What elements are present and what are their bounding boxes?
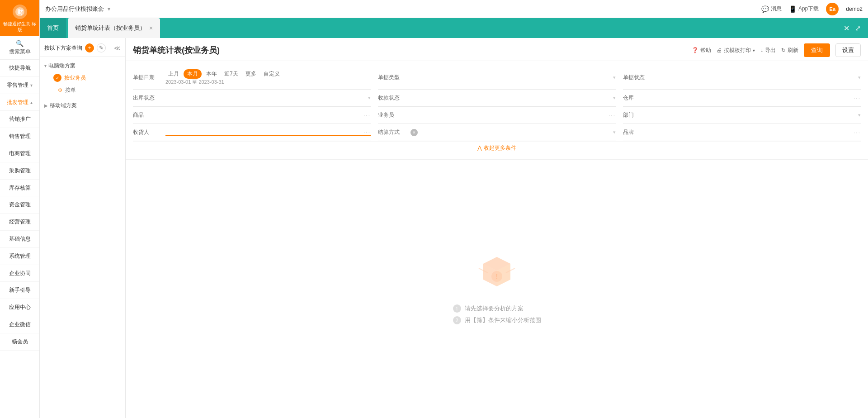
scheme-edit-btn[interactable]: ✎ (97, 43, 106, 52)
print-dropdown-icon[interactable]: ▾ (753, 48, 755, 53)
tab-home[interactable]: 首页 (40, 18, 66, 38)
sidebar-item-retail[interactable]: 零售管理 ▾ (0, 77, 39, 94)
sidebar-item-enterprise[interactable]: 企业协同 (0, 265, 39, 282)
help-icon: ❓ (692, 47, 698, 53)
empty-state: ! 1 请先选择要分析的方案 2 用【筛】条件来缩小分析范围 (126, 160, 868, 418)
sidebar-item-finance[interactable]: 资金管理 (0, 196, 39, 214)
sidebar-item-inventory[interactable]: 库存核算 (0, 180, 39, 197)
date-btn-this-year[interactable]: 本年 (203, 69, 220, 79)
date-btn-last-month[interactable]: 上月 (165, 69, 182, 79)
sidebar-item-basics[interactable]: 基础信息 (0, 231, 39, 248)
page-title: 销货单统计表(按业务员) (133, 45, 220, 56)
print-icon: 🖨 (717, 47, 722, 53)
help-btn[interactable]: ❓ 帮助 (692, 47, 711, 54)
scheme-panel-header: 按以下方案查询 + ✎ ≪ (40, 42, 125, 57)
sidebar-item-sales[interactable]: 销售管理 (0, 128, 39, 145)
date-btn-more[interactable]: 更多 (243, 69, 259, 79)
sidebar-item-marketing[interactable]: 营销推广 (0, 111, 39, 128)
settlement-clear-btn[interactable]: ✕ (410, 129, 418, 136)
scheme-item-salesperson[interactable]: ✓ 按业务员 (44, 71, 121, 84)
payment-control[interactable]: ▾ (410, 95, 616, 101)
export-btn[interactable]: ↓ 导出 (760, 47, 776, 54)
header-left: 办公用品行业模拟账套 ▾ (45, 5, 110, 13)
scheme-item-order[interactable]: ⚙ 按单 (44, 84, 121, 96)
empty-tip-2: 2 用【筛】条件来缩小分析范围 (453, 316, 541, 324)
settings-btn[interactable]: 设置 (835, 43, 861, 57)
sidebar-item-ecommerce[interactable]: 电商管理 (0, 145, 39, 162)
print-btn[interactable]: 🖨 按模板打印 ▾ (717, 47, 755, 54)
product-control[interactable]: ··· (165, 112, 371, 119)
filter-cell-salesperson: 业务员 ··· (378, 107, 616, 124)
tab-active[interactable]: 销货单统计表（按业务员） × (68, 18, 160, 38)
report-area: 销货单统计表(按业务员) ❓ 帮助 🖨 按模板打印 ▾ ↓ 导出 (126, 38, 868, 418)
sidebar-item-shortcuts[interactable]: 快捷导航 (0, 60, 39, 77)
section-arrow-icon: ▾ (44, 63, 47, 68)
salesperson-dots[interactable]: ··· (609, 112, 616, 119)
message-btn[interactable]: 💬 消息 (761, 5, 782, 13)
refresh-btn[interactable]: ↻ 刷新 (781, 47, 798, 54)
filter-area: 单据日期 上月 本月 本年 近7天 更多 自定义 2023-03-01 至 20… (126, 61, 868, 160)
date-control[interactable]: 上月 本月 本年 近7天 更多 自定义 2023-03-01 至 2023-03… (165, 69, 371, 86)
product-dots[interactable]: ··· (363, 112, 371, 119)
filter-row-4: 收货人 ··· 结算方式 ✕ ▾ 品牌 (133, 124, 861, 141)
outstatus-control[interactable]: ▾ (165, 95, 371, 101)
date-btn-7days[interactable]: 近7天 (222, 69, 241, 79)
date-label: 单据日期 (133, 74, 165, 81)
scheme-collapse-btn[interactable]: ≪ (114, 44, 121, 52)
receiver-control[interactable]: ··· (165, 129, 371, 136)
tab-close-btn[interactable]: × (149, 25, 153, 31)
doctype-control[interactable]: ▾ (410, 75, 616, 81)
svg-text:财: 财 (16, 9, 23, 15)
edit-icon: ✎ (99, 45, 104, 51)
brand-dots[interactable]: ··· (854, 129, 861, 136)
user-avatar[interactable]: Ea (826, 3, 839, 15)
tab-actions: ✕ ⤢ (842, 22, 868, 34)
filter-cell-settlement: 结算方式 ✕ ▾ (378, 124, 616, 141)
account-name: 办公用品行业模拟账套 (45, 5, 104, 13)
collapse-conditions-btn[interactable]: ⋀ 收起更多条件 (133, 141, 861, 155)
user-name: demo2 (846, 6, 863, 12)
filter-row-1: 单据日期 上月 本月 本年 近7天 更多 自定义 2023-03-01 至 20… (133, 66, 861, 90)
date-btn-custom[interactable]: 自定义 (261, 69, 283, 79)
mobile-section-arrow-icon: ▶ (44, 103, 48, 108)
sidebar-item-system[interactable]: 系统管理 (0, 248, 39, 265)
sidebar-item-operations[interactable]: 经营管理 (0, 214, 39, 231)
brand-control[interactable]: ··· (656, 129, 861, 136)
dropdown-icon[interactable]: ▾ (108, 6, 110, 12)
salesperson-control[interactable]: ··· (410, 112, 616, 119)
app-download-btn[interactable]: 📱 App下载 (789, 5, 819, 13)
date-btn-this-month[interactable]: 本月 (184, 69, 202, 79)
search-menu-item[interactable]: 🔍 搜索菜单 (0, 36, 39, 60)
docstatus-control[interactable]: ▾ (656, 75, 861, 81)
filter-cell-doctype: 单据类型 ▾ (378, 66, 616, 90)
date-shortcuts: 上月 本月 本年 近7天 更多 自定义 (165, 69, 283, 79)
query-btn[interactable]: 查询 (804, 43, 830, 57)
filter-cell-date: 单据日期 上月 本月 本年 近7天 更多 自定义 2023-03-01 至 20… (133, 66, 371, 90)
receiver-dots[interactable]: ··· (363, 129, 371, 135)
sidebar-item-newbie[interactable]: 新手引导 (0, 282, 39, 299)
filter-row-2: 出库状态 ▾ 收款状态 ▾ 仓库 (133, 90, 861, 107)
report-header: 销货单统计表(按业务员) ❓ 帮助 🖨 按模板打印 ▾ ↓ 导出 (126, 38, 868, 61)
tip-num-2: 2 (453, 316, 461, 324)
department-control[interactable]: ▾ (656, 112, 861, 118)
wholesale-arrow-icon: ▴ (30, 100, 33, 105)
header-right: 💬 消息 📱 App下载 Ea demo2 (761, 3, 863, 15)
scheme-add-btn[interactable]: + (85, 43, 94, 52)
scheme-header-label: 按以下方案查询 (44, 44, 82, 52)
tab-maximize-icon[interactable]: ⤢ (853, 22, 863, 34)
scheme-panel: 按以下方案查询 + ✎ ≪ ▾ 电脑端方案 ✓ 按业务员 (40, 38, 126, 418)
scheme-section-desktop: ▾ 电脑端方案 ✓ 按业务员 ⚙ 按单 (40, 58, 125, 98)
sidebar-item-wxwork[interactable]: 企业微信 (0, 316, 39, 333)
sidebar-item-member[interactable]: 畅会员 (0, 333, 39, 351)
sidebar-item-wholesale[interactable]: 批发管理 ▴ (0, 94, 39, 111)
sidebar-item-purchase[interactable]: 采购管理 (0, 162, 39, 180)
tab-close-icon[interactable]: ✕ (842, 22, 851, 34)
scheme-section-title-mobile[interactable]: ▶ 移动端方案 (44, 100, 121, 111)
warehouse-dots[interactable]: ··· (854, 95, 861, 101)
warehouse-control[interactable]: ··· (656, 95, 861, 101)
empty-state-tips: 1 请先选择要分析的方案 2 用【筛】条件来缩小分析范围 (453, 304, 541, 328)
docstatus-label: 单据状态 (623, 74, 656, 81)
sidebar-item-appcenter[interactable]: 应用中心 (0, 299, 39, 316)
settlement-control[interactable]: ✕ ▾ (410, 129, 616, 136)
scheme-section-title-desktop[interactable]: ▾ 电脑端方案 (44, 60, 121, 71)
